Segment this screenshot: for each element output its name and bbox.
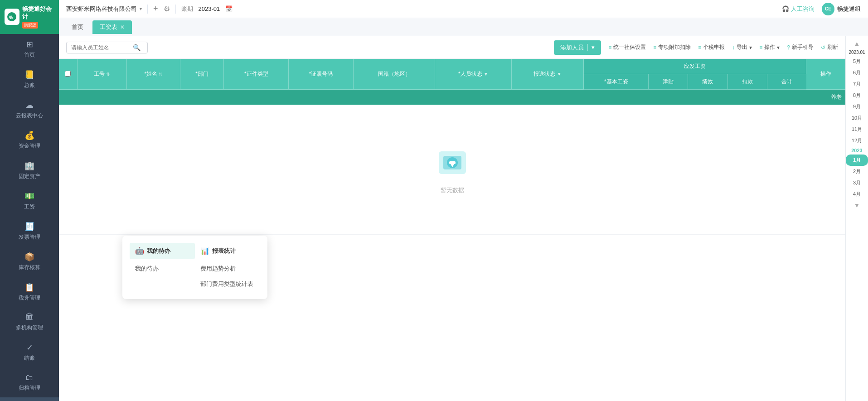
todo-item-label: 我的待办 bbox=[135, 265, 159, 272]
archive-icon: 🗂 bbox=[25, 373, 34, 382]
name-sort-icon[interactable]: ⇅ bbox=[159, 72, 162, 77]
guide-action[interactable]: ? 新手引导 bbox=[787, 43, 814, 51]
multi-org-icon: 🏛 bbox=[25, 313, 34, 322]
sidebar-item-archive[interactable]: 🗂 归档管理 bbox=[0, 367, 59, 397]
add-person-button[interactable]: 添加人员 ▾ bbox=[554, 40, 601, 55]
timeline-month-12[interactable]: 12月 bbox=[846, 135, 868, 146]
sidebar-item-tax[interactable]: 📋 税务管理 bbox=[0, 277, 59, 307]
th-empno: 工号 ⇅ bbox=[77, 59, 126, 90]
app-title: 畅捷通好会计 bbox=[22, 5, 54, 21]
sidebar-item-label-ledger: 总账 bbox=[24, 82, 35, 89]
sidebar-item-cloud-report[interactable]: ☁ 云报表中心 bbox=[0, 95, 59, 125]
operate-label: 操作 bbox=[764, 43, 775, 51]
timeline-month-3[interactable]: 3月 bbox=[846, 177, 868, 188]
timeline-month-8[interactable]: 8月 bbox=[846, 90, 868, 101]
tax-report-icon: ≡ bbox=[698, 44, 701, 51]
tax-report-label: 个税申报 bbox=[703, 43, 725, 51]
timeline-up[interactable]: ▲ bbox=[852, 38, 862, 49]
popup-col2-header[interactable]: 📊 报表统计 bbox=[195, 243, 260, 259]
sidebar-item-home[interactable]: ⊞ 首页 bbox=[0, 34, 59, 64]
timeline-month-4[interactable]: 4月 bbox=[846, 188, 868, 200]
popup-menu: 🤖 我的待办 我的待办 📊 报表统计 费用趋势分析 bbox=[122, 236, 267, 299]
timeline-month-1[interactable]: 1月 bbox=[846, 155, 868, 166]
sidebar-item-label-cloud: 云报表中心 bbox=[16, 112, 43, 120]
sidebar-item-multi-org[interactable]: 🏛 多机构管理 bbox=[0, 307, 59, 337]
th-allowance: 津贴 bbox=[649, 74, 688, 90]
social-setting-action[interactable]: ≡ 统一社保设置 bbox=[608, 43, 646, 51]
popup-col1-header[interactable]: 🤖 我的待办 bbox=[130, 243, 195, 259]
popup-grid: 🤖 我的待办 我的待办 📊 报表统计 费用趋势分析 bbox=[130, 243, 260, 292]
empty-cell: 暂无数据 bbox=[59, 105, 845, 235]
sidebar-item-ledger[interactable]: 📒 总账 bbox=[0, 64, 59, 95]
operate-action[interactable]: ≡ 操作 ▾ bbox=[759, 43, 780, 51]
dept-cost-label: 部门费用类型统计表 bbox=[200, 280, 253, 287]
tab-close-button[interactable]: ✕ bbox=[120, 24, 125, 30]
sidebar-item-invoice[interactable]: 🧾 发票管理 bbox=[0, 216, 59, 246]
user-menu[interactable]: CE 畅捷通组 bbox=[822, 3, 861, 15]
add-person-label: 添加人员 bbox=[560, 43, 584, 52]
sidebar-item-finance[interactable]: 💰 资金管理 bbox=[0, 125, 59, 155]
sidebar-item-salary[interactable]: 💵 工资 bbox=[0, 186, 59, 216]
tab-salary[interactable]: 工资表 ✕ bbox=[92, 20, 132, 34]
topbar-divider bbox=[147, 5, 148, 14]
th-base-salary: *基本工资 bbox=[584, 74, 649, 90]
company-name: 西安虾米网络科技有限公司 bbox=[66, 5, 137, 13]
sidebar-nav: ⊞ 首页 📒 总账 ☁ 云报表中心 💰 资金管理 🏢 固定资产 💵 工资 🧾 发… bbox=[0, 34, 59, 401]
th-salary-group: 应发工资 bbox=[584, 59, 806, 74]
timeline-month-2[interactable]: 2月 bbox=[846, 166, 868, 177]
popup-item-todo[interactable]: 我的待办 bbox=[130, 261, 195, 276]
sidebar-item-fixed-assets[interactable]: 🏢 固定资产 bbox=[0, 155, 59, 186]
timeline-month-6[interactable]: 6月 bbox=[846, 67, 868, 78]
add-tab-button[interactable]: + bbox=[153, 4, 158, 14]
refresh-action[interactable]: ↺ 刷新 bbox=[821, 43, 838, 51]
add-person-dropdown-arrow[interactable]: ▾ bbox=[587, 44, 595, 51]
popup-item-dept-cost[interactable]: 部门费用类型统计表 bbox=[195, 276, 260, 292]
timeline-month-10[interactable]: 10月 bbox=[846, 112, 868, 124]
stats-icon: 📊 bbox=[200, 246, 209, 255]
timeline-month-7[interactable]: 7月 bbox=[846, 78, 868, 90]
special-deduction-action[interactable]: ≡ 专项附加扣除 bbox=[653, 43, 691, 51]
select-all-checkbox[interactable] bbox=[65, 71, 71, 77]
th-checkbox[interactable] bbox=[59, 59, 77, 90]
main-area: 西安虾米网络科技有限公司 ▾ + ⚙ 账期 2023-01 📅 🎧 人工咨询 C… bbox=[59, 0, 868, 401]
sidebar-item-inventory[interactable]: 📦 库存核算 bbox=[0, 246, 59, 277]
refresh-icon: ↺ bbox=[821, 44, 825, 51]
salary-icon: 💵 bbox=[24, 191, 34, 201]
timeline-down[interactable]: ▼ bbox=[852, 200, 862, 211]
sidebar-item-label-invoice: 发票管理 bbox=[19, 233, 40, 241]
tax-icon: 📋 bbox=[24, 282, 34, 292]
timeline-month-11[interactable]: 11月 bbox=[846, 124, 868, 135]
sidebar-item-checkout[interactable]: ✓ 结账 bbox=[0, 337, 59, 367]
social-icon: ≡ bbox=[608, 44, 611, 51]
tabbar: 首页 工资表 ✕ bbox=[59, 18, 868, 36]
settings-icon[interactable]: ⚙ bbox=[164, 5, 170, 13]
calendar-icon[interactable]: 📅 bbox=[225, 5, 233, 12]
popup-item-cost-trend[interactable]: 费用趋势分析 bbox=[195, 261, 260, 276]
sidebar-item-label-finance: 资金管理 bbox=[19, 142, 40, 150]
toolbar-actions: 添加人员 ▾ ≡ 统一社保设置 ≡ 专项附加扣除 ≡ 个税申报 bbox=[554, 40, 838, 55]
sidebar-item-label-checkout: 结账 bbox=[24, 354, 35, 362]
th-report-status: 报送状态 ▼ bbox=[511, 59, 583, 90]
timeline-year: 2023 bbox=[849, 146, 864, 155]
timeline-month-5[interactable]: 5月 bbox=[846, 56, 868, 67]
avatar: CE bbox=[822, 3, 834, 15]
customer-service-button[interactable]: 🎧 人工咨询 bbox=[782, 5, 815, 13]
sidebar-item-label-salary: 工资 bbox=[24, 203, 35, 211]
tax-report-action[interactable]: ≡ 个税申报 bbox=[698, 43, 725, 51]
username: 畅捷通组 bbox=[837, 5, 861, 13]
sidebar-item-expense[interactable]: G 小畅报销 bbox=[0, 397, 59, 401]
empno-sort-icon[interactable]: ⇅ bbox=[106, 72, 110, 77]
app-logo[interactable]: 畅 畅捷通好会计 旗舰版 bbox=[0, 0, 59, 34]
search-box[interactable]: 🔍 bbox=[66, 42, 148, 53]
timeline-month-9[interactable]: 9月 bbox=[846, 101, 868, 112]
ledger-icon: 📒 bbox=[24, 70, 34, 80]
report-filter-icon[interactable]: ▼ bbox=[557, 72, 562, 77]
tab-home[interactable]: 首页 bbox=[64, 20, 91, 34]
export-action[interactable]: ↓ 导出 ▾ bbox=[732, 43, 752, 51]
invoice-icon: 🧾 bbox=[24, 222, 34, 232]
th-bonus: 绩效 bbox=[688, 74, 727, 90]
logo-text-block: 畅捷通好会计 旗舰版 bbox=[22, 5, 54, 29]
search-input[interactable] bbox=[71, 44, 130, 51]
status-filter-icon[interactable]: ▼ bbox=[484, 72, 488, 77]
company-selector[interactable]: 西安虾米网络科技有限公司 ▾ bbox=[66, 5, 142, 13]
